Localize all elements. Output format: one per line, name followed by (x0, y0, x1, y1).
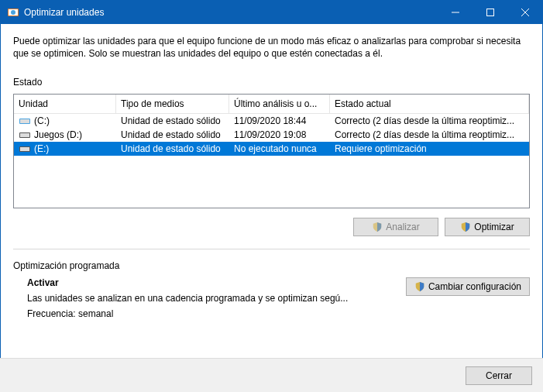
analyze-label: Analizar (386, 222, 419, 232)
header-state[interactable]: Estado actual (330, 95, 529, 113)
footer: Cerrar (0, 358, 543, 392)
minimize-button[interactable] (438, 1, 473, 24)
optimize-label: Optimizar (474, 222, 514, 232)
divider (13, 249, 530, 249)
list-header: Unidad Tipo de medios Último análisis u … (14, 95, 529, 114)
change-config-button[interactable]: Cambiar configuración (406, 277, 530, 296)
status-cell: Requiere optimización (330, 143, 529, 154)
status-cell: Correcto (2 días desde la última reoptim… (330, 129, 529, 140)
drive-name-cell: (E:) (14, 143, 116, 154)
table-row[interactable]: (E:)Unidad de estado sólidoNo ejecutado … (14, 142, 529, 156)
table-row[interactable]: Juegos (D:)Unidad de estado sólido11/09/… (14, 128, 529, 142)
scheduled-section-label: Optimización programada (13, 260, 530, 271)
shield-icon (372, 222, 383, 232)
close-label: Cerrar (486, 370, 512, 381)
svg-rect-12 (20, 147, 29, 151)
drive-name-cell: (C:) (14, 115, 116, 126)
header-unit[interactable]: Unidad (14, 95, 116, 113)
svg-point-2 (11, 10, 15, 15)
last-run-cell: 11/09/2020 18:44 (229, 115, 330, 126)
description-text: Puede optimizar las unidades para que el… (13, 35, 530, 60)
app-icon (7, 6, 19, 19)
optimize-button[interactable]: Optimizar (445, 218, 530, 236)
drive-icon (19, 144, 31, 153)
svg-rect-4 (486, 9, 493, 16)
drive-icon (19, 116, 31, 126)
window-title: Optimizar unidades (24, 7, 438, 18)
close-dialog-button[interactable]: Cerrar (466, 366, 532, 385)
scheduled-desc: Las unidades se analizan en una cadencia… (27, 293, 398, 304)
maximize-button[interactable] (473, 1, 507, 24)
drive-name-cell: Juegos (D:) (14, 129, 116, 140)
media-cell: Unidad de estado sólido (116, 129, 229, 140)
scheduled-freq: Frecuencia: semanal (27, 308, 398, 319)
shield-icon (460, 222, 471, 232)
svg-rect-8 (20, 119, 29, 123)
header-media[interactable]: Tipo de medios (116, 95, 229, 113)
change-config-label: Cambiar configuración (428, 281, 521, 292)
analyze-button[interactable]: Analizar (353, 218, 438, 236)
shield-icon (414, 281, 425, 292)
header-last[interactable]: Último análisis u o... (229, 95, 330, 113)
drives-list[interactable]: Unidad Tipo de medios Último análisis u … (13, 94, 530, 208)
drive-icon (19, 130, 31, 139)
media-cell: Unidad de estado sólido (116, 143, 229, 154)
activate-label: Activar (27, 277, 398, 288)
media-cell: Unidad de estado sólido (116, 115, 229, 126)
table-row[interactable]: (C:)Unidad de estado sólido11/09/2020 18… (14, 114, 529, 128)
titlebar: Optimizar unidades (1, 1, 542, 24)
status-section-label: Estado (13, 77, 530, 88)
last-run-cell: 11/09/2020 19:08 (229, 129, 330, 140)
close-button[interactable] (507, 1, 542, 24)
svg-rect-10 (20, 133, 29, 137)
status-cell: Correcto (2 días desde la última reoptim… (330, 115, 529, 126)
last-run-cell: No ejecutado nunca (229, 143, 330, 154)
